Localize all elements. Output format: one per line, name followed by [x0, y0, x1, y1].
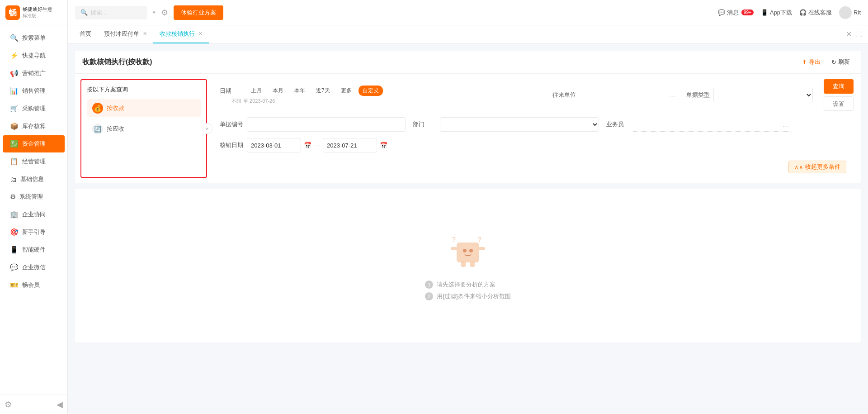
partner-input[interactable]: …: [580, 88, 679, 102]
tab-receipt-close-icon[interactable]: ✕: [198, 31, 203, 37]
export-label: 导出: [809, 58, 821, 66]
dropdown-arrow-icon[interactable]: ▾: [153, 10, 156, 15]
tab-prepay-reconcile[interactable]: 预付冲应付单 ✕: [98, 25, 153, 43]
filter-right-panel: 日期 上月 本月 本年 近7天 更多 自定义 不限: [212, 74, 861, 183]
smart-hw-icon: 📱: [10, 246, 19, 254]
message-icon: 💬: [718, 9, 725, 16]
sidebar-item-smart-hw[interactable]: 📱智能硬件: [3, 241, 65, 258]
sidebar-label-member: 畅会员: [22, 281, 40, 289]
sidebar-label-purchase: 采购管理: [22, 105, 46, 113]
finance-icon: 💹: [10, 140, 19, 148]
search-placeholder: 搜索...: [90, 9, 107, 17]
member-icon: 🎫: [10, 281, 19, 289]
writeoff-date-field: 核销日期 📅 — 📅: [220, 138, 387, 152]
empty-illustration: ? ?: [445, 229, 491, 270]
messages-action[interactable]: 💬 消息 99+: [718, 9, 754, 17]
sidebar-item-system[interactable]: ⚙系统管理: [3, 188, 65, 205]
search-menu-icon: 🔍: [10, 34, 19, 42]
receivable-option-label: 按应收: [107, 125, 124, 133]
sidebar-label-wechat: 企业微信: [22, 263, 46, 271]
writeoff-date-start-input[interactable]: [247, 138, 301, 152]
bill-type-label: 单据类型: [686, 91, 710, 99]
date-btn-this-month[interactable]: 本月: [269, 86, 288, 96]
date-btn-last-month[interactable]: 上月: [247, 86, 266, 96]
date-btn-custom[interactable]: 自定义: [359, 86, 383, 96]
top-header: 🔍 搜索... ▾ ⚙ 休验行业方案 💬 消息 99+ 📱 App下载 🎧 在线…: [68, 0, 868, 25]
page-title: 收款核销执行(按收款): [82, 57, 152, 67]
date-label: 日期: [220, 87, 243, 95]
tip-text-1: 请先选择要分析的方案: [437, 279, 495, 290]
staff-input[interactable]: …: [633, 117, 792, 132]
tip-text-2: 用[过滤]条件来缩小分析范围: [437, 290, 510, 302]
page-content: 收款核销执行(按收款) ⬆ 导出 ↻ 刷新 按以下方案查询 💰 按收款: [68, 43, 868, 414]
sidebar-item-operations[interactable]: 📋经营管理: [3, 153, 65, 170]
svg-text:?: ?: [478, 236, 481, 243]
date-btn-more[interactable]: 更多: [337, 86, 356, 96]
refresh-icon: ↻: [831, 59, 836, 66]
date-separator: —: [314, 142, 320, 149]
main-area: 🔍 搜索... ▾ ⚙ 休验行业方案 💬 消息 99+ 📱 App下载 🎧 在线…: [68, 0, 868, 414]
settings-footer-icon[interactable]: ⚙: [5, 400, 12, 409]
sidebar-item-guide[interactable]: 🎯新手引导: [3, 224, 65, 241]
collapse-up-icon: ∧∧: [794, 164, 803, 171]
header-search[interactable]: 🔍 搜索...: [75, 6, 147, 19]
online-service-action[interactable]: 🎧 在线客服: [799, 9, 832, 17]
filter-row-3: 核销日期 📅 — 📅: [220, 138, 854, 152]
filter-row-1: 日期 上月 本月 本年 近7天 更多 自定义 不限: [220, 79, 854, 111]
tab-bar: 首页 预付冲应付单 ✕ 收款核销执行 ✕ ✕ ⛶: [68, 25, 868, 43]
user-action[interactable]: Rit: [839, 6, 861, 19]
tab-prepay-close-icon[interactable]: ✕: [143, 31, 147, 37]
logo-sub: 标准版: [23, 13, 52, 19]
staff-field: 业务员 …: [606, 117, 792, 132]
export-button[interactable]: ⬆ 导出: [798, 56, 824, 68]
calendar-end-icon[interactable]: 📅: [380, 142, 387, 149]
sidebar-item-purchase[interactable]: 🛒采购管理: [3, 100, 65, 117]
sidebar-label-operations: 经营管理: [22, 157, 46, 166]
messages-label: 消息: [727, 9, 739, 17]
gear-icon[interactable]: ⚙: [161, 8, 168, 18]
app-download-action[interactable]: 📱 App下载: [761, 9, 792, 17]
sidebar-item-quick-nav[interactable]: ⚡快捷导航: [3, 47, 65, 64]
setting-button[interactable]: 设置: [824, 96, 854, 111]
sidebar-item-enterprise[interactable]: 🏢企业协同: [3, 206, 65, 223]
calendar-start-icon[interactable]: 📅: [304, 142, 311, 149]
bill-no-input[interactable]: [247, 117, 406, 132]
sales-icon: 📊: [10, 87, 19, 95]
tab-prepay-label: 预付冲应付单: [104, 30, 139, 38]
tab-expand-icon[interactable]: ⛶: [855, 30, 863, 38]
bill-no-label: 单据编号: [220, 120, 243, 128]
filter-option-by-receivable[interactable]: 🔄 按应收: [87, 120, 201, 138]
filter-option-by-receipt[interactable]: 💰 按收款: [87, 99, 201, 117]
inventory-icon: 📦: [10, 122, 19, 130]
solution-button[interactable]: 休验行业方案: [174, 5, 223, 20]
dept-select[interactable]: [440, 117, 599, 132]
date-no-limit-label: 不限: [231, 98, 241, 105]
collapse-more-button[interactable]: ∧∧ 收起更多条件: [788, 161, 846, 173]
tab-home[interactable]: 首页: [73, 25, 98, 43]
refresh-button[interactable]: ↻ 刷新: [828, 56, 854, 68]
query-button[interactable]: 查询: [824, 79, 854, 94]
tab-receipt-writeoff[interactable]: 收款核销执行 ✕: [153, 25, 209, 43]
sidebar-label-basic-info: 基础信息: [20, 175, 44, 183]
sidebar-item-sales[interactable]: 📊销售管理: [3, 82, 65, 100]
bill-type-select[interactable]: [713, 88, 813, 102]
receipt-option-label: 按收款: [107, 104, 124, 112]
sidebar-item-basic-info[interactable]: 🗂基础信息: [3, 171, 65, 188]
collapse-sidebar-icon[interactable]: ◀: [57, 400, 63, 409]
collapse-left-panel-button[interactable]: «: [202, 123, 212, 134]
tip-num-2: 2: [425, 292, 433, 300]
sidebar-item-finance[interactable]: 💹资金管理: [3, 135, 65, 152]
date-btn-7days[interactable]: 近7天: [312, 86, 334, 96]
sidebar-item-member[interactable]: 🎫畅会员: [3, 276, 65, 294]
sidebar-item-marketing[interactable]: 📢营销推广: [3, 65, 65, 82]
date-btn-this-year[interactable]: 本年: [290, 86, 309, 96]
sidebar-item-inventory[interactable]: 📦库存核算: [3, 118, 65, 135]
sidebar-item-search-menu[interactable]: 🔍搜索菜单: [3, 29, 65, 47]
date-to-label: 至 2023-07-26: [243, 98, 275, 105]
sidebar-item-wechat[interactable]: 💬企业微信: [3, 259, 65, 276]
writeoff-date-end-input[interactable]: [323, 138, 377, 152]
basic-info-icon: 🗂: [10, 176, 17, 183]
sidebar-label-enterprise: 企业协同: [22, 210, 46, 219]
tab-close-all-icon[interactable]: ✕: [846, 30, 852, 38]
partner-dots-icon: …: [669, 91, 677, 99]
